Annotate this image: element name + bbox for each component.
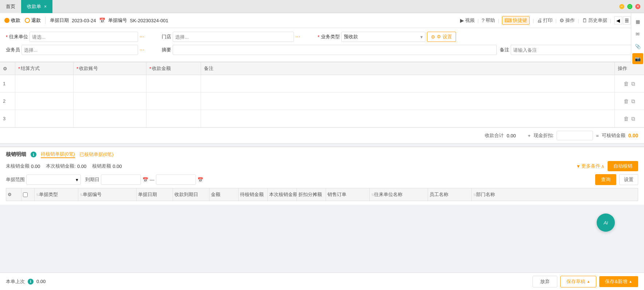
cal-to-icon[interactable]: 📅 (197, 177, 203, 183)
td-remark-1[interactable] (201, 75, 615, 92)
more-conditions-btn[interactable]: ▼ 更多条件 ∧ (576, 163, 605, 169)
sort-icon[interactable]: ⇅ (80, 193, 83, 197)
remark-field: 备注 (500, 45, 638, 55)
sidebar-clip-btn[interactable]: 📎 (632, 41, 643, 52)
partner-input[interactable] (30, 32, 138, 42)
remark-input-2[interactable] (204, 95, 612, 107)
copy-row-3-icon[interactable]: ⧉ (631, 115, 635, 122)
sidebar-table-btn[interactable]: ▦ (632, 16, 643, 27)
sidebar-camera-btn[interactable]: 📷 (632, 53, 643, 64)
shortcut-btn[interactable]: ⌨ 快捷键 (502, 16, 530, 25)
account-input-3[interactable] (76, 113, 143, 125)
window-close-btn[interactable]: ✕ (635, 4, 640, 9)
td-remark-2[interactable] (201, 93, 615, 110)
writeoff-info-icon[interactable]: ℹ (31, 152, 36, 157)
radio-receipt[interactable]: 收款 (4, 17, 20, 24)
cal-from-icon[interactable]: 📅 (142, 177, 148, 183)
th-settings[interactable]: ⚙ (0, 62, 15, 75)
delete-row-2-icon[interactable]: 🗑 (624, 98, 629, 104)
tab-home[interactable]: 首页 (0, 0, 21, 13)
wo-th-settings[interactable]: ⚙ (6, 188, 21, 201)
print-btn[interactable]: 🖨 打印 (537, 17, 553, 24)
tab-done[interactable]: 已核销单据(0笔) (79, 151, 114, 158)
settle-input-3[interactable] (18, 113, 70, 125)
ops-icon: ⚙ (559, 17, 564, 23)
wo-th-amount: 金额 (209, 188, 239, 201)
amount-input-3[interactable] (149, 113, 198, 125)
save-new-btn[interactable]: 保存&新增 ▲ (599, 276, 638, 287)
auto-writeoff-btn[interactable]: 自动核销 (608, 161, 638, 171)
wo-settings-btn[interactable]: 设置 (619, 174, 638, 185)
discount-input[interactable] (557, 131, 593, 140)
td-row-num-3: 3 (0, 110, 15, 127)
range-select[interactable]: ▾ (26, 175, 81, 185)
help-btn[interactable]: ? 帮助 (482, 17, 495, 24)
abandon-btn[interactable]: 放弃 (533, 276, 557, 287)
account-input-1[interactable] (76, 78, 143, 90)
query-btn[interactable]: 查询 (595, 174, 616, 185)
history-btn[interactable]: 🗒 历史单据 (582, 17, 607, 24)
sidebar-email-btn[interactable]: ✉ (632, 28, 643, 39)
view-btn-prev[interactable]: ◀ (614, 16, 622, 24)
radio-refund[interactable]: 退款 (25, 17, 41, 24)
td-amount-1[interactable] (146, 75, 201, 92)
sort-icon[interactable]: ⇅ (36, 193, 39, 197)
td-settle-2[interactable] (15, 93, 74, 110)
td-account-2[interactable] (74, 93, 146, 110)
remark-input-1[interactable] (204, 78, 612, 90)
date-to-input[interactable]: 2022-04-12 (156, 175, 196, 185)
shop-input[interactable] (173, 32, 294, 42)
equals-sign: = (596, 133, 599, 138)
wo-th-checkbox[interactable] (21, 188, 35, 201)
settle-input-2[interactable] (18, 95, 70, 107)
ops-btn[interactable]: ⚙ 操作 (559, 17, 575, 24)
settings-label: ⚙ 设置 (437, 34, 452, 40)
td-settle-3[interactable] (15, 110, 74, 127)
td-amount-3[interactable] (146, 110, 201, 127)
window-minimize-btn[interactable]: − (619, 4, 624, 9)
view-btn-list[interactable]: ☰ (623, 16, 631, 24)
biz-type-select[interactable]: 预收款 ▾ (341, 32, 425, 42)
wo-th-date: 单据日期 (137, 188, 173, 201)
tab-pending[interactable]: 待核销单据(0笔) (41, 151, 75, 158)
select-all-checkbox[interactable] (23, 192, 28, 197)
td-remark-3[interactable] (201, 110, 615, 127)
tab-active[interactable]: 收款单 × (21, 0, 52, 13)
delete-row-3-icon[interactable]: 🗑 (624, 115, 629, 122)
ai-assistant-btn[interactable]: Ai (597, 213, 615, 232)
table-row: 1 🗑 ⧉ (0, 75, 644, 93)
partner-more-icon[interactable]: ··· (140, 34, 144, 40)
copy-row-1-icon[interactable]: ⧉ (631, 81, 635, 87)
copy-row-2-icon[interactable]: ⧉ (631, 98, 635, 105)
window-maximize-btn[interactable]: □ (627, 4, 632, 9)
amount-input-2[interactable] (149, 95, 198, 107)
filter-icon: ▼ (576, 164, 581, 169)
sort-icon[interactable]: ⇅ (473, 193, 476, 197)
td-account-3[interactable] (74, 110, 146, 127)
video-btn[interactable]: ▶ 视频 (460, 17, 475, 24)
right-sidebar: ▦ ✉ 📎 📷 (631, 13, 644, 64)
staff-more-icon[interactable]: ··· (140, 47, 144, 53)
delete-row-1-icon[interactable]: 🗑 (624, 81, 629, 87)
remark-input[interactable] (511, 45, 638, 55)
staff-input[interactable] (21, 45, 138, 55)
shop-more-icon[interactable]: ··· (295, 34, 300, 40)
date-from-input[interactable]: 2022-04-01 (101, 175, 141, 185)
prev-info-icon[interactable]: ℹ (28, 279, 34, 285)
form-settings-btn[interactable]: ⚙ ⚙ 设置 (427, 32, 456, 42)
remark-input-3[interactable] (204, 113, 612, 125)
tab-close-icon[interactable]: × (44, 0, 47, 13)
amount-input-1[interactable] (149, 78, 198, 90)
calendar-icon[interactable]: 📅 (99, 17, 105, 23)
td-settle-1[interactable] (15, 75, 74, 92)
account-input-2[interactable] (76, 95, 143, 107)
memo-input[interactable] (173, 45, 497, 55)
settle-input-1[interactable] (18, 78, 70, 90)
wo-th-staff: 员工名称 (428, 188, 472, 201)
ai-label: Ai (604, 220, 608, 226)
sort-icon[interactable]: ⇅ (371, 193, 374, 197)
payment-type-radio: 收款 退款 (4, 17, 41, 24)
save-draft-btn[interactable]: 保存草稿 ▲ (560, 276, 597, 287)
td-amount-2[interactable] (146, 93, 201, 110)
td-account-1[interactable] (74, 75, 146, 92)
